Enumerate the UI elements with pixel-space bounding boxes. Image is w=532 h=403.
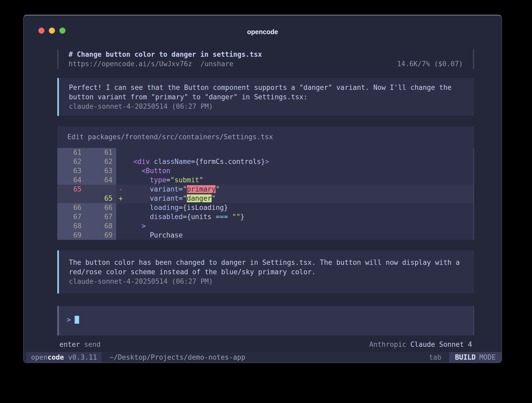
status-bar-right: tab BUILDMODE bbox=[429, 352, 502, 363]
code-line bbox=[125, 148, 473, 157]
diff-row: 6363 <Button bbox=[57, 166, 473, 175]
old-line-number: 69 bbox=[57, 231, 87, 240]
enter-key-label: enter bbox=[59, 340, 80, 348]
share-url[interactable]: https://opencode.ai/s/UwJxv76z bbox=[69, 59, 192, 69]
token-usage-stats: 14.6K/7% ($0.07) bbox=[397, 59, 463, 69]
status-bar: opencodev0.3.11 ~/Desktop/Projects/demo-… bbox=[24, 352, 502, 363]
screen: opencode # Change button color to danger… bbox=[0, 0, 532, 403]
new-line-number: 61 bbox=[87, 148, 116, 157]
diff-marker bbox=[116, 203, 125, 212]
old-line-number: 64 bbox=[57, 175, 87, 185]
enter-action-label: send bbox=[84, 340, 101, 348]
diff-marker bbox=[116, 166, 125, 175]
code-line: Purchase bbox=[125, 231, 473, 240]
old-line-number: 63 bbox=[57, 166, 87, 175]
code-line: <div className={formCs.controls}> bbox=[125, 157, 473, 166]
text-cursor bbox=[75, 316, 79, 324]
hint-row: enter send Anthropic Claude Sonnet 4 bbox=[57, 340, 474, 349]
enter-hint: enter send bbox=[59, 340, 101, 349]
edit-tool-title: Edit packages/frontend/src/containers/Se… bbox=[57, 132, 474, 142]
window-titlebar: opencode bbox=[24, 16, 502, 39]
session-content: # Change button color to danger in setti… bbox=[24, 39, 502, 352]
working-directory: ~/Desktop/Projects/demo-notes-app bbox=[110, 352, 245, 363]
prompt-symbol: > bbox=[67, 316, 71, 324]
edit-tool-block: Edit packages/frontend/src/containers/Se… bbox=[57, 126, 474, 240]
unshare-command[interactable]: /unshare bbox=[201, 59, 233, 69]
prompt-input[interactable]: > bbox=[57, 306, 474, 335]
diff-row: 6464 type="submit" bbox=[57, 175, 473, 185]
diff-row: 6262 <div className={formCs.controls}> bbox=[57, 157, 473, 166]
diff-marker bbox=[116, 212, 125, 221]
assistant-message-meta: claude-sonnet-4-20250514 (06:27 PM) bbox=[69, 277, 464, 286]
diff-row: 6161 bbox=[57, 148, 473, 157]
old-line-number: 62 bbox=[57, 157, 87, 166]
provider-label: Anthropic bbox=[369, 340, 406, 348]
app-version: v0.3.11 bbox=[68, 353, 97, 361]
mode-name-bold: BUILD bbox=[455, 353, 475, 361]
diff-marker: - bbox=[116, 185, 125, 194]
diff-row: 65+ variant="danger" bbox=[57, 194, 473, 203]
assistant-message-meta: claude-sonnet-4-20250514 (06:27 PM) bbox=[69, 102, 464, 111]
code-line: disabled={units === ""} bbox=[125, 212, 473, 221]
new-line-number: 65 bbox=[87, 194, 116, 203]
code-line: > bbox=[125, 221, 473, 231]
diff-marker: + bbox=[116, 194, 125, 203]
new-line-number: 66 bbox=[87, 203, 116, 212]
diff-row: 6969 Purchase bbox=[57, 231, 473, 240]
old-line-number: 66 bbox=[57, 203, 87, 212]
code-line: variant="danger" bbox=[125, 194, 473, 203]
code-line: variant="primary" bbox=[125, 185, 473, 194]
new-line-number: 62 bbox=[87, 157, 116, 166]
new-line-number: 69 bbox=[87, 231, 116, 240]
assistant-message: The button color has been changed to dan… bbox=[57, 250, 474, 293]
old-line-number: 67 bbox=[57, 212, 87, 221]
code-line: type="submit" bbox=[125, 175, 473, 185]
model-name-label: Claude Sonnet 4 bbox=[410, 340, 472, 348]
app-name-regular: open bbox=[31, 353, 48, 361]
new-line-number: 63 bbox=[87, 166, 116, 175]
diff-row: 6868 > bbox=[57, 221, 473, 231]
new-line-number: 64 bbox=[87, 175, 116, 185]
diff-marker bbox=[116, 148, 125, 157]
tab-hint[interactable]: tab bbox=[429, 352, 441, 363]
model-indicator: Anthropic Claude Sonnet 4 bbox=[369, 340, 472, 349]
opencode-window: opencode # Change button color to danger… bbox=[23, 15, 502, 363]
old-line-number: 65 bbox=[57, 185, 87, 194]
new-line-number: 68 bbox=[87, 221, 116, 231]
session-header: # Change button color to danger in setti… bbox=[57, 49, 474, 69]
new-line-number: 67 bbox=[87, 212, 116, 221]
old-line-number: 61 bbox=[57, 148, 87, 157]
assistant-message-text: The button color has been changed to dan… bbox=[69, 258, 464, 277]
window-title: opencode bbox=[24, 27, 502, 37]
diff-row: 6666 loading={isLoading} bbox=[57, 203, 473, 212]
new-line-number bbox=[87, 185, 116, 194]
old-line-number bbox=[57, 194, 87, 203]
mode-chip[interactable]: BUILDMODE bbox=[449, 352, 502, 363]
assistant-message-text: Perfect! I can see that the Button compo… bbox=[69, 83, 464, 102]
session-title: # Change button color to danger in setti… bbox=[69, 50, 463, 59]
assistant-message: Perfect! I can see that the Button compo… bbox=[57, 78, 474, 116]
diff-row: 65- variant="primary" bbox=[57, 185, 473, 194]
diff-marker bbox=[116, 231, 125, 240]
old-line-number: 68 bbox=[57, 221, 87, 231]
diff-view: 61616262 <div className={formCs.controls… bbox=[57, 148, 474, 240]
mode-name-rest: MODE bbox=[479, 353, 496, 361]
diff-marker bbox=[116, 221, 125, 231]
diff-row: 6767 disabled={units === ""} bbox=[57, 212, 473, 221]
diff-marker bbox=[116, 157, 125, 166]
code-line: loading={isLoading} bbox=[125, 203, 473, 212]
diff-marker bbox=[116, 175, 125, 185]
session-meta-row: https://opencode.ai/s/UwJxv76z /unshare … bbox=[69, 59, 463, 69]
app-name-bold: code bbox=[48, 353, 64, 361]
app-version-chip: opencodev0.3.11 bbox=[26, 352, 102, 363]
code-line: <Button bbox=[125, 166, 473, 175]
